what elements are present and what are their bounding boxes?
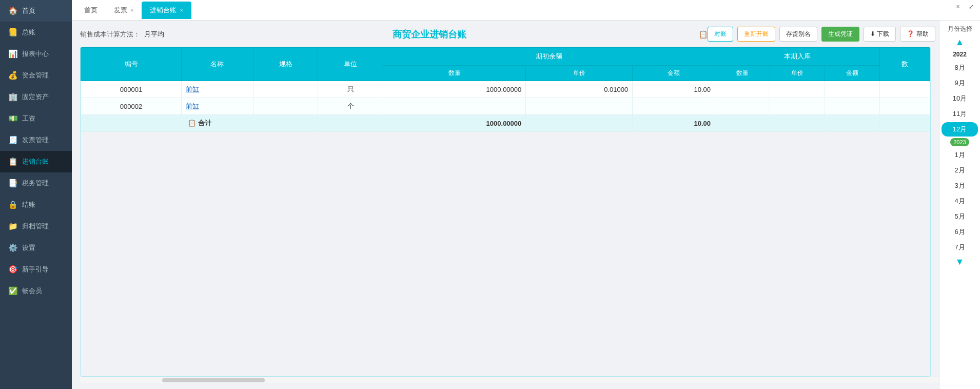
col-header-unit: 单位 [318, 48, 383, 81]
cost-method-label: 销售成本计算方法： [80, 30, 140, 39]
month-item-1[interactable]: 1月 [942, 148, 972, 162]
month-panel: 月份选择 ▲ 2022 8月 9月 10月 11月 12月 2023 1月 2月… [939, 47, 972, 377]
total-more [880, 115, 930, 132]
total-row: 📋 合计 1000.00000 10.00 [81, 115, 930, 132]
cell-name-1[interactable]: 前缸 [182, 81, 253, 98]
cell-in-price-2 [770, 98, 825, 115]
download-button[interactable]: ⬇ 下载 [864, 27, 896, 42]
horizontal-scrollbar[interactable] [80, 377, 972, 383]
sidebar-item-ledger[interactable]: 📒 总账 [0, 22, 72, 43]
reconcile-button[interactable]: 对账 [708, 27, 733, 42]
title-area: 商贸企业进销台账 📋 [164, 28, 708, 41]
month-nav-down[interactable]: ▼ [953, 255, 967, 268]
data-table: 编号 名称 规格 单位 期初余额 本期入库 数 数量 单价 金额 数 [81, 47, 930, 132]
sidebar-item-guide[interactable]: 🎯 新手引导 [0, 259, 72, 280]
reports-icon: 📊 [8, 49, 18, 59]
sidebar-label-invoice-mgr: 发票管理 [22, 135, 49, 145]
cell-code-2: 000002 [81, 98, 182, 115]
sidebar-item-salary[interactable]: 💵 工资 [0, 108, 72, 129]
cell-in-amount-1 [825, 81, 880, 98]
window-maximize-button[interactable]: ⤢ [967, 2, 976, 11]
generate-voucher-button[interactable]: 生成凭证 [821, 27, 859, 42]
month-item-10[interactable]: 10月 [942, 91, 972, 106]
archive-icon: 📁 [8, 222, 18, 231]
data-table-container: 编号 名称 规格 单位 期初余额 本期入库 数 数量 单价 金额 数 [80, 47, 931, 377]
title-copy-icon[interactable]: 📋 [699, 30, 708, 38]
tab-invoice-close[interactable]: × [130, 7, 133, 13]
sidebar-item-home[interactable]: 🏠 首页 [0, 0, 72, 22]
sidebar-item-invoice-mgr[interactable]: 🧾 发票管理 [0, 129, 72, 151]
tax-icon: 📑 [8, 179, 18, 188]
sidebar-item-reports[interactable]: 📊 报表中心 [0, 43, 72, 65]
cell-unit-2: 个 [318, 98, 383, 115]
cell-opening-price-1: 0.01000 [526, 81, 633, 98]
tab-sales-ledger-close[interactable]: × [180, 7, 183, 13]
main-area: 首页 发票 × 进销台账 × × ⤢ 销售成本计算方法： 月平均 [72, 0, 980, 389]
guide-icon: 🎯 [8, 265, 18, 274]
invoice-mgr-icon: 🧾 [8, 135, 18, 145]
download-icon: ⬇ [870, 30, 875, 37]
sidebar-item-funds[interactable]: 💰 资金管理 [0, 65, 72, 86]
sidebar-item-settings[interactable]: ⚙️ 设置 [0, 237, 72, 259]
sidebar-item-tax[interactable]: 📑 税务管理 [0, 172, 72, 194]
month-item-7[interactable]: 7月 [942, 240, 972, 255]
col-header-period-opening: 期初余额 [383, 48, 715, 66]
sidebar-item-sales-ledger[interactable]: 📋 进销台账 [0, 151, 72, 172]
save-alias-button[interactable]: 存货别名 [779, 27, 817, 42]
scrollbar-thumb[interactable] [162, 378, 265, 382]
total-in-amount [825, 115, 880, 132]
cell-opening-qty-1: 1000.00000 [383, 81, 526, 98]
toolbar-left: 销售成本计算方法： 月平均 [80, 30, 164, 39]
table-row: 000002 前缸 个 [81, 98, 930, 115]
total-label-cell: 📋 合计 [81, 115, 318, 132]
month-item-5[interactable]: 5月 [942, 209, 972, 224]
col-header-spec: 规格 [253, 48, 318, 81]
month-item-6[interactable]: 6月 [942, 225, 972, 239]
tab-invoice[interactable]: 发票 × [106, 2, 142, 19]
sidebar-label-settings: 设置 [22, 243, 35, 252]
month-item-4[interactable]: 4月 [942, 194, 972, 208]
sidebar-item-assets[interactable]: 🏢 固定资产 [0, 86, 72, 108]
month-item-3[interactable]: 3月 [942, 179, 972, 193]
cell-in-qty-2 [715, 98, 770, 115]
total-label: 合计 [198, 119, 211, 127]
month-item-11[interactable]: 11月 [942, 107, 972, 121]
month-nav-up[interactable]: ▲ [953, 47, 967, 49]
tab-bar: 首页 发票 × 进销台账 × × ⤢ [72, 0, 980, 21]
toolbar-right: 对账 重新开账 存货别名 生成凭证 ⬇ 下载 ❓ 帮助 ↻ 刷新 [708, 27, 972, 42]
month-item-9[interactable]: 9月 [942, 76, 972, 90]
tab-sales-ledger[interactable]: 进销台账 × [142, 2, 191, 19]
month-item-12[interactable]: 12月 [942, 122, 972, 137]
sidebar-label-reports: 报表中心 [22, 49, 49, 59]
month-item-8[interactable]: 8月 [942, 61, 972, 75]
sidebar-label-assets: 固定资产 [22, 92, 49, 102]
cell-opening-qty-2 [383, 98, 526, 115]
col-header-opening-qty: 数量 [383, 66, 526, 81]
sidebar-item-member[interactable]: ✅ 畅会员 [0, 280, 72, 302]
total-unit [318, 115, 383, 132]
help-button[interactable]: ❓ 帮助 [900, 27, 935, 42]
cell-code-1: 000001 [81, 81, 182, 98]
col-header-in-qty: 数量 [715, 66, 770, 81]
toolbar: 销售成本计算方法： 月平均 商贸企业进销台账 📋 对账 重新开账 存货别名 生成… [80, 27, 972, 42]
cell-name-2[interactable]: 前缸 [182, 98, 253, 115]
sidebar-label-guide: 新手引导 [22, 265, 49, 274]
sales-ledger-icon: 📋 [8, 157, 18, 166]
reopen-button[interactable]: 重新开账 [737, 27, 775, 42]
window-close-button[interactable]: × [953, 2, 963, 11]
tab-home[interactable]: 首页 [76, 2, 106, 19]
member-icon: ✅ [8, 286, 18, 296]
sidebar-item-archive[interactable]: 📁 归档管理 [0, 216, 72, 237]
cost-method-value: 月平均 [144, 30, 164, 39]
year-2022-label: 2022 [953, 51, 967, 58]
page-title: 商贸企业进销台账 [164, 28, 695, 41]
total-in-qty [715, 115, 770, 132]
month-item-2[interactable]: 2月 [942, 163, 972, 178]
tab-home-label: 首页 [84, 6, 97, 15]
sidebar-item-close[interactable]: 🔒 结账 [0, 194, 72, 216]
sidebar-label-tax: 税务管理 [22, 179, 49, 188]
close-account-icon: 🔒 [8, 200, 18, 209]
sidebar-label-funds: 资金管理 [22, 71, 49, 80]
table-row: 000001 前缸 只 1000.00000 0.01000 10.00 [81, 81, 930, 98]
cell-more-1 [880, 81, 930, 98]
